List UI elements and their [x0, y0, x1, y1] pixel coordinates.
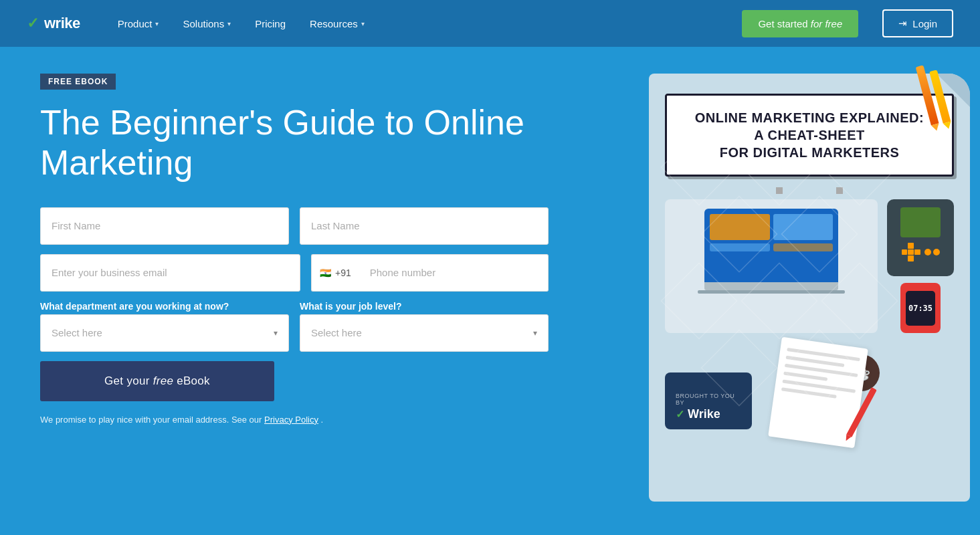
chevron-down-icon: ▾ — [227, 20, 231, 27]
nav-item-resources[interactable]: Resources ▾ — [310, 18, 365, 29]
chevron-down-icon: ▾ — [274, 328, 278, 338]
job-level-group: What is your job level? Select here ▾ — [300, 301, 549, 352]
brought-by-text: Brought to you by — [676, 393, 741, 406]
action-buttons — [924, 249, 940, 255]
pin-left — [776, 187, 783, 194]
name-row — [40, 207, 549, 245]
privacy-policy-link[interactable]: Privacy Policy — [264, 415, 318, 425]
nav-item-solutions[interactable]: Solutions ▾ — [183, 18, 231, 29]
country-flag: 🇮🇳 — [320, 268, 331, 278]
book-title-box: Online Marketing Explained: A Cheat-Shee… — [665, 94, 954, 177]
privacy-notice: We promise to play nice with your email … — [40, 415, 549, 425]
laptop-screen — [704, 209, 838, 282]
screen-block-blue — [773, 214, 834, 240]
ebook-cover: Online Marketing Explained: A Cheat-Shee… — [649, 74, 970, 502]
navbar: ✓ wrike Product ▾ Solutions ▾ Pricing Re… — [0, 0, 980, 47]
submit-row: Get your free eBook — [40, 361, 549, 401]
nav-item-pricing[interactable]: Pricing — [255, 18, 286, 29]
paper-document — [768, 337, 868, 449]
smartwatch: 07:35 — [900, 283, 941, 333]
signup-form: 🇮🇳 +91 What department are you working a… — [40, 207, 549, 425]
right-devices-col: 07:35 — [887, 199, 954, 333]
book-title: Online Marketing Explained: A Cheat-Shee… — [679, 109, 940, 161]
main-content: FREE EBOOK The Beginner's Guide to Onlin… — [0, 47, 980, 535]
dpad — [902, 243, 920, 261]
watch-face: 07:35 — [906, 291, 935, 326]
chevron-down-icon: ▾ — [361, 20, 365, 27]
doc-lines — [781, 348, 860, 401]
last-name-input[interactable] — [300, 207, 549, 245]
job-level-select[interactable]: Select here ▾ — [300, 314, 549, 352]
email-phone-row: 🇮🇳 +91 — [40, 254, 549, 292]
country-code: +91 — [335, 268, 351, 278]
pencil-tip — [844, 435, 851, 443]
phone-number-input[interactable] — [359, 254, 549, 292]
department-group: What department are you working at now? … — [40, 301, 289, 352]
laptop-foot — [698, 290, 845, 294]
first-name-input[interactable] — [40, 207, 289, 245]
login-button[interactable]: ⇥ Login — [882, 9, 953, 37]
game-controls — [902, 243, 940, 261]
dropdowns-row: What department are you working at now? … — [40, 301, 549, 352]
right-panel: Online Marketing Explained: A Cheat-Shee… — [649, 74, 970, 508]
wrike-logo-in-book: ✓ Wrike — [676, 407, 741, 421]
nav-item-product[interactable]: Product ▾ — [118, 18, 159, 29]
logo-checkmark-icon: ✓ — [27, 15, 39, 32]
logo-wordmark: wrike — [44, 15, 80, 32]
screen-block-orange — [710, 214, 770, 240]
button-a — [924, 249, 931, 255]
chevron-down-icon: ▾ — [155, 20, 159, 27]
ebook-badge: FREE EBOOK — [40, 74, 116, 90]
submit-ebook-button[interactable]: Get your free eBook — [40, 361, 274, 401]
logo[interactable]: ✓ wrike — [27, 15, 80, 32]
pin-right — [836, 187, 843, 194]
button-b — [933, 249, 940, 255]
chevron-down-icon: ▾ — [533, 328, 537, 338]
connector-pins — [665, 187, 954, 194]
phone-group: 🇮🇳 +91 — [311, 254, 549, 292]
game-device — [887, 199, 954, 276]
department-select[interactable]: Select here ▾ — [40, 314, 289, 352]
bottom-row: Brought to you by ✓ Wrike — [665, 342, 954, 429]
screen-block-bottom-left — [710, 243, 770, 251]
email-input[interactable] — [40, 254, 300, 292]
wrike-branding-block: Brought to you by ✓ Wrike — [665, 372, 752, 429]
left-panel: FREE EBOOK The Beginner's Guide to Onlin… — [40, 74, 622, 508]
screen-block-bottom-right — [773, 243, 834, 251]
wrike-brand-name: Wrike — [688, 407, 720, 421]
page-headline: The Beginner's Guide to Online Marketing — [40, 103, 549, 183]
login-icon: ⇥ — [898, 17, 907, 29]
doc-line-4 — [783, 372, 827, 381]
get-started-button[interactable]: Get started for free — [742, 10, 858, 37]
laptop-illustration — [665, 199, 878, 333]
job-level-label: What is your job level? — [300, 301, 549, 312]
wrike-check-icon: ✓ — [676, 408, 684, 421]
devices-row: 07:35 — [665, 199, 954, 333]
department-label: What department are you working at now? — [40, 301, 289, 312]
game-screen — [900, 207, 941, 237]
laptop — [704, 209, 838, 294]
laptop-base — [704, 282, 838, 290]
phone-country-selector[interactable]: 🇮🇳 +91 — [311, 254, 359, 292]
